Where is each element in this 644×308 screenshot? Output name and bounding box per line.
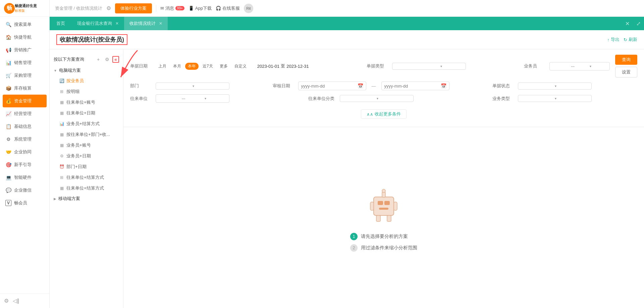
- schema-item-salesperson-date[interactable]: ⚙ 业务员+日期: [50, 151, 123, 161]
- set-btn[interactable]: 设置: [615, 67, 637, 78]
- date-tab-this-year[interactable]: 本年: [185, 63, 199, 70]
- filter-actions: 查询 设置: [615, 55, 637, 78]
- sidebar-item-wechat[interactable]: 💬 企业微信: [0, 184, 49, 197]
- review-date-from[interactable]: 📅: [298, 82, 366, 90]
- system-icon: ⚙: [5, 136, 11, 142]
- date-label: 单据日期: [130, 63, 150, 69]
- sidebar-item-system[interactable]: ⚙ 系统管理: [0, 133, 49, 146]
- window-maximize-btn[interactable]: ⤢: [633, 17, 644, 30]
- logo-text-block: 畅捷通好生意 标准版: [15, 3, 37, 13]
- review-to-input[interactable]: [384, 84, 441, 89]
- panel-header: 按以下方案查询 + ⚙ «: [50, 53, 123, 65]
- schema-item-unit-account[interactable]: ▦ 往来单位+账号: [50, 97, 123, 108]
- calendar-from-icon[interactable]: 📅: [358, 83, 363, 89]
- tab-bank[interactable]: 现金银行流水查询 ✕: [72, 17, 124, 30]
- salesperson-ellipsis[interactable]: ···: [571, 64, 588, 69]
- tab-home[interactable]: 首页: [50, 17, 72, 30]
- schema-item-dept-date[interactable]: ⏰ 部门+日期: [50, 161, 123, 172]
- unit-account-icon: ▦: [59, 100, 64, 105]
- right-panel: 单据日期 上月 本月 本年 近7天 更多 自定义 2023-01-01 至: [123, 49, 644, 308]
- window-close-btn[interactable]: ✕: [622, 17, 633, 30]
- svg-rect-8: [376, 215, 380, 221]
- partner-category-select[interactable]: ▾: [340, 95, 414, 102]
- logo-icon: 畅: [4, 3, 15, 14]
- doc-type-select[interactable]: ▾: [392, 63, 466, 70]
- schema-item-by-salesperson[interactable]: 🔄 按业务员: [50, 75, 123, 86]
- svg-rect-7: [394, 202, 397, 210]
- collapse-sidebar-icon[interactable]: ◁∥: [13, 298, 19, 304]
- sidebar-item-enterprise[interactable]: 🤝 企业协同: [0, 146, 49, 158]
- refresh-btn[interactable]: ↻ 刷新: [624, 37, 637, 43]
- user-avatar[interactable]: Rit: [244, 4, 253, 13]
- sidebar-item-hardware[interactable]: 💻 智能硬件: [0, 171, 49, 184]
- sidebar-item-guide[interactable]: 🎯 新手引导: [0, 158, 49, 171]
- schema-item-by-detail[interactable]: ⊞ 按明细: [50, 86, 123, 97]
- svg-rect-0: [374, 197, 394, 215]
- app-download-btn[interactable]: 📱 App下载: [189, 5, 212, 11]
- date-tab-this-month[interactable]: 本月: [170, 63, 184, 70]
- review-date-to[interactable]: 📅: [381, 82, 449, 90]
- headset-icon: 🎧: [216, 6, 221, 11]
- empty-illustration: [364, 184, 404, 225]
- topbar-breadcrumb: 资金管理 / 收款情况统计: [55, 5, 102, 11]
- schema-item-salesperson-settle[interactable]: 📊 业务员+结算方式: [50, 118, 123, 129]
- review-from-input[interactable]: [301, 84, 358, 89]
- tab-bank-close[interactable]: ✕: [115, 21, 119, 26]
- date-tab-more[interactable]: 更多: [217, 63, 230, 70]
- online-service-btn[interactable]: 🎧 在线客服: [216, 5, 240, 11]
- sidebar-item-marketing[interactable]: 📢 营销推广: [0, 44, 49, 56]
- empty-steps: 1 请先选择要分析的方案 2 用过滤条件来缩小分析范围: [350, 233, 417, 252]
- query-btn[interactable]: 查询: [615, 55, 637, 65]
- sidebar-item-purchase[interactable]: 🛒 采购管理: [0, 69, 49, 82]
- dept-select[interactable]: ▾: [156, 83, 229, 90]
- collapse-panel-btn[interactable]: «: [112, 56, 119, 63]
- wechat-icon: 💬: [5, 187, 11, 193]
- message-btn[interactable]: ✉ 消息 99+: [160, 5, 184, 11]
- sidebar-item-quicknav[interactable]: 🏠 快捷导航: [0, 31, 49, 44]
- logo-app-name: 畅捷通好生意: [15, 3, 37, 8]
- group-arrow-icon: ▼: [54, 69, 57, 72]
- settings-bottom-icon[interactable]: ⚙: [4, 298, 9, 304]
- topbar-gear-icon[interactable]: ⚙: [106, 5, 111, 11]
- doc-status-label: 单据状态: [492, 83, 513, 89]
- phone-icon: 📱: [189, 6, 194, 11]
- sidebar-item-sales[interactable]: 📊 销售管理: [0, 56, 49, 69]
- sidebar-item-capital[interactable]: 💰 资金管理: [3, 95, 47, 107]
- schema-group-desktop-header[interactable]: ▼ 电脑端方案: [50, 65, 123, 75]
- doc-status-select[interactable]: ▾: [518, 83, 592, 90]
- biz-type-select[interactable]: ▾: [518, 95, 592, 102]
- tab-collection-close[interactable]: ✕: [159, 21, 162, 26]
- sidebar-item-member[interactable]: V 畅会员: [0, 197, 49, 209]
- partner-select[interactable]: ··· ▾: [156, 94, 229, 103]
- schema-item-unit-dept[interactable]: ▦ 按往来单位+部门+收...: [50, 129, 123, 140]
- content: 按以下方案查询 + ⚙ « ▼ 电脑端方案 🔄 按业务员: [50, 49, 644, 308]
- collapse-conditions-btn[interactable]: ∧∧ 收起更多条件: [361, 109, 407, 119]
- page: 收款情况统计(按业务员) ↑ 导出 ↻ 刷新 按以下方案查询 +: [50, 30, 644, 308]
- sidebar-item-operation[interactable]: 📈 经营管理: [0, 107, 49, 120]
- export-btn[interactable]: ↑ 导出: [607, 37, 620, 43]
- sidebar-item-inventory[interactable]: 📦 库存核算: [0, 82, 49, 95]
- schema-settings-btn[interactable]: ⚙: [104, 56, 110, 63]
- dept-label: 部门: [130, 83, 150, 89]
- calendar-to-icon[interactable]: 📅: [441, 83, 446, 89]
- review-date-label: 审核日期: [273, 83, 293, 89]
- trial-btn[interactable]: 体验行业方案: [115, 3, 152, 13]
- schema-item-unit-settle1[interactable]: ⊞ 往来单位+结算方式: [50, 172, 123, 183]
- date-tab-last-month[interactable]: 上月: [156, 63, 169, 70]
- schema-item-salesperson-account[interactable]: ▦ 业务员+账号: [50, 140, 123, 151]
- add-schema-btn[interactable]: +: [95, 56, 102, 63]
- page-title: 收款情况统计(按业务员): [56, 34, 127, 45]
- salesperson-select[interactable]: ··· ▾: [549, 62, 610, 70]
- date-tab-last7days[interactable]: 近7天: [200, 63, 216, 70]
- schema-item-unit-date[interactable]: ▦ 往来单位+日期: [50, 108, 123, 118]
- partner-ellipsis[interactable]: ···: [182, 96, 204, 101]
- sidebar-item-basic[interactable]: 📋 基础信息: [0, 120, 49, 133]
- dept-arrow-icon: ▾: [193, 84, 226, 88]
- schema-group-mobile-header[interactable]: ▶ 移动端方案: [50, 194, 123, 204]
- tab-collection[interactable]: 收款情况统计 ✕: [124, 17, 168, 30]
- date-tab-custom[interactable]: 自定义: [232, 63, 249, 70]
- step-2-num: 2: [350, 244, 358, 252]
- partner-category-label: 往来单位分类: [308, 96, 334, 102]
- schema-item-unit-settle2[interactable]: ▦ 往来单位+结算方式: [50, 183, 123, 194]
- sidebar-item-search[interactable]: 🔍 搜索菜单: [0, 18, 49, 31]
